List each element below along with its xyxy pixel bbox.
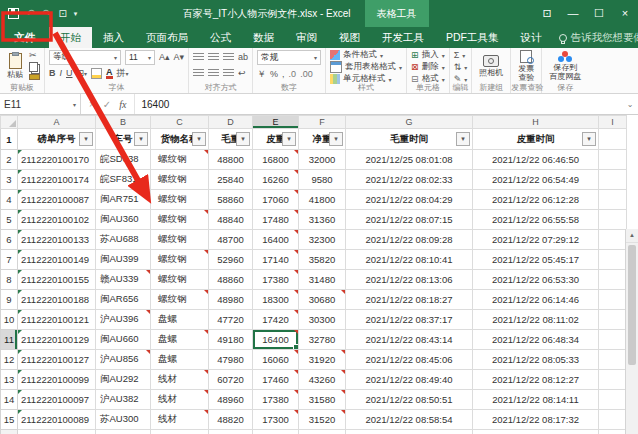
tab-view[interactable]: 视图 bbox=[328, 27, 371, 48]
column-header-b[interactable]: B bbox=[96, 116, 151, 129]
row-number[interactable]: 13 bbox=[1, 370, 18, 390]
align-top-icon[interactable] bbox=[193, 53, 204, 61]
cell[interactable]: 2021/12/22 08:58:54 bbox=[346, 410, 473, 430]
comma-style-icon[interactable]: , bbox=[282, 69, 285, 79]
font-name-combo[interactable]: 等线▾ bbox=[49, 50, 121, 65]
cell[interactable]: 32000 bbox=[299, 150, 346, 170]
header-cell[interactable]: 磅单序号▾ bbox=[18, 129, 96, 150]
cell-empty[interactable] bbox=[599, 350, 627, 370]
cell[interactable]: 2112220100155 bbox=[18, 270, 96, 290]
cell[interactable]: 线材 bbox=[151, 390, 209, 410]
maximize-icon[interactable]: ☐ bbox=[586, 0, 612, 27]
expand-formula-bar-icon[interactable]: ⌄ bbox=[622, 94, 638, 114]
cell[interactable]: 赣AU339 bbox=[96, 270, 151, 290]
cell[interactable]: 2021/12/22 08:07:15 bbox=[346, 210, 473, 230]
header-cell[interactable]: 毛重时间▾ bbox=[346, 129, 473, 150]
name-box[interactable]: E11 ▾ bbox=[0, 94, 81, 114]
cell[interactable]: 48700 bbox=[209, 230, 253, 250]
cell[interactable]: 螺纹钢 bbox=[151, 150, 209, 170]
column-header-h[interactable]: H bbox=[473, 116, 599, 129]
filter-icon[interactable]: ▾ bbox=[282, 132, 296, 146]
cell[interactable]: 线材 bbox=[151, 410, 209, 430]
cell[interactable]: 2021/12/22 08:09:28 bbox=[346, 230, 473, 250]
save-to-baidu-button[interactable]: 保存到百度网盘 bbox=[546, 50, 584, 82]
filter-icon[interactable]: ▾ bbox=[236, 132, 250, 146]
delete-cells-button[interactable]: ⊠ 删除▾ bbox=[411, 62, 445, 72]
cell[interactable]: 17060 bbox=[253, 190, 299, 210]
cell[interactable]: 螺纹钢 bbox=[151, 270, 209, 290]
column-header-a[interactable]: A bbox=[18, 116, 96, 129]
header-cell[interactable]: 毛重▾ bbox=[209, 129, 253, 150]
font-color-icon[interactable]: A bbox=[106, 68, 113, 79]
cell[interactable]: 沪AU396 bbox=[96, 310, 151, 330]
tab-review[interactable]: 审阅 bbox=[285, 27, 328, 48]
header-cell[interactable]: 车号▾ bbox=[96, 129, 151, 150]
cell[interactable]: 17420 bbox=[253, 310, 299, 330]
filter-icon[interactable]: ▾ bbox=[192, 132, 206, 146]
tab-insert[interactable]: 插入 bbox=[92, 27, 135, 48]
conditional-formatting-button[interactable]: 条件格式▾ bbox=[330, 50, 402, 60]
cell[interactable]: 31360 bbox=[299, 210, 346, 230]
cell[interactable]: 闽AU399 bbox=[96, 250, 151, 270]
paste-button[interactable]: 粘贴 bbox=[4, 50, 26, 82]
cell[interactable]: 螺纹钢 bbox=[151, 170, 209, 190]
italic-button[interactable]: I bbox=[60, 68, 63, 78]
cell[interactable]: 47980 bbox=[209, 350, 253, 370]
cell[interactable]: 闽AU660 bbox=[96, 330, 151, 350]
row-number[interactable]: 8 bbox=[1, 270, 18, 290]
row-number[interactable]: 7 bbox=[1, 250, 18, 270]
cell[interactable]: 2112220100087 bbox=[18, 190, 96, 210]
cell[interactable]: 31920 bbox=[299, 350, 346, 370]
align-middle-icon[interactable] bbox=[208, 53, 219, 61]
cell[interactable]: 苏AU300 bbox=[96, 410, 151, 430]
cell[interactable]: 皖SF831 bbox=[96, 170, 151, 190]
cell[interactable]: 盘螺 bbox=[151, 350, 209, 370]
filter-icon[interactable]: ▾ bbox=[329, 132, 343, 146]
cell[interactable]: 32300 bbox=[299, 230, 346, 250]
cell-empty[interactable] bbox=[599, 190, 627, 210]
tab-data[interactable]: 数据 bbox=[242, 27, 285, 48]
scrollbar-thumb[interactable] bbox=[628, 245, 636, 365]
cell[interactable]: 2021/12/22 08:04:29 bbox=[346, 190, 473, 210]
camera-button[interactable]: 照相机 bbox=[476, 50, 506, 82]
cell-empty[interactable] bbox=[599, 250, 627, 270]
align-right-icon[interactable] bbox=[223, 69, 234, 77]
cell[interactable]: 2112220100097 bbox=[18, 390, 96, 410]
cell[interactable]: 31520 bbox=[299, 410, 346, 430]
align-left-icon[interactable] bbox=[193, 69, 204, 77]
cell[interactable]: 17380 bbox=[253, 270, 299, 290]
cell[interactable]: 闽AR656 bbox=[96, 290, 151, 310]
row-number[interactable]: 10 bbox=[1, 310, 18, 330]
cell[interactable]: 沪AU856 bbox=[96, 350, 151, 370]
orientation-icon[interactable]: ab bbox=[238, 52, 248, 62]
cell[interactable]: 48860 bbox=[209, 270, 253, 290]
row-number[interactable]: 11 bbox=[1, 330, 18, 350]
cell[interactable]: 盘螺 bbox=[151, 310, 209, 330]
cell[interactable]: 2021/12/22 08:11:02 bbox=[473, 310, 599, 330]
cell-empty[interactable] bbox=[599, 410, 627, 430]
cell[interactable]: 皖SD338 bbox=[96, 150, 151, 170]
cell[interactable]: 17140 bbox=[253, 250, 299, 270]
cell[interactable]: 2021/12/22 08:02:33 bbox=[346, 170, 473, 190]
filter-icon[interactable]: ▾ bbox=[134, 132, 148, 146]
row-number[interactable]: 9 bbox=[1, 290, 18, 310]
accounting-format-icon[interactable]: ￥ bbox=[257, 69, 266, 79]
cell[interactable]: 25840 bbox=[209, 170, 253, 190]
wrap-text-icon[interactable]: ↩ bbox=[238, 68, 246, 78]
tab-design-contextual[interactable]: 设计 bbox=[510, 27, 553, 48]
bold-button[interactable]: B bbox=[49, 68, 56, 78]
cell[interactable]: 9580 bbox=[299, 170, 346, 190]
header-cell[interactable]: 皮重时间▾ bbox=[473, 129, 599, 150]
cell[interactable]: 2021/12/22 06:46:50 bbox=[473, 150, 599, 170]
cell[interactable]: 16060 bbox=[253, 350, 299, 370]
row-number[interactable]: 14 bbox=[1, 390, 18, 410]
row-number[interactable]: 12 bbox=[1, 350, 18, 370]
select-all-corner[interactable] bbox=[1, 116, 18, 129]
cell[interactable]: 16260 bbox=[253, 170, 299, 190]
cell[interactable]: 47720 bbox=[209, 310, 253, 330]
sort-filter-button[interactable]: ⇅▾ bbox=[454, 62, 468, 72]
cell[interactable]: 苏AU688 bbox=[96, 230, 151, 250]
cell[interactable]: 2021/12/22 08:13:06 bbox=[346, 270, 473, 290]
cell[interactable]: 2112220100121 bbox=[18, 310, 96, 330]
cell[interactable]: 30680 bbox=[299, 290, 346, 310]
